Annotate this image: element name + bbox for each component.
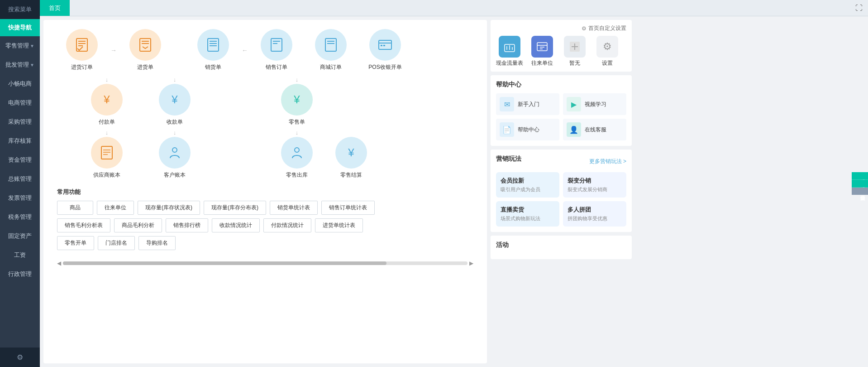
qf-btn-rank[interactable]: 销售排行榜 [166,218,208,232]
marketing-group[interactable]: 多人拼团 拼团购物享受优惠 [563,201,626,227]
marketing-live[interactable]: 直播卖货 场景式购物新玩法 [496,201,559,227]
sidebar-item-retail[interactable]: 零售管理 ▼ [0,36,40,55]
svg-rect-7 [208,39,219,51]
qn-settings[interactable]: ⚙ 设置 [594,36,621,67]
down-arrow-3: ↓ [296,75,299,84]
sidebar-item-salary[interactable]: 工资 [0,246,40,265]
tab-bar: 首页 ⛶ [40,0,868,16]
wf-node-shop-order[interactable]: 商城订单 [306,29,356,71]
settings-button[interactable]: ⚙ [0,348,40,367]
qf-btn-goods[interactable]: 商品 [57,201,93,215]
sidebar-item-inventory[interactable]: 库存核算 [0,131,40,150]
qf-btn-stock2[interactable]: 现存量(库存分布表) [204,201,266,215]
sidebar-item-ecom2[interactable]: 电商管理 [0,93,40,112]
sidebar-item-ecom1[interactable]: 小畅电商 [0,74,40,93]
float-community-btn[interactable]: 服务社区 [852,180,868,188]
tab-home[interactable]: 首页 [40,0,70,16]
scroll-right-btn[interactable]: ▶ [469,260,473,266]
help-item-help[interactable]: 📄 帮助中心 [496,119,559,140]
workflow-row3: ↓ 供应商账本 ↓ 客户账本 [57,128,473,179]
retail-out-icon [281,137,313,169]
scroll-left-btn[interactable]: ◀ [57,260,61,266]
help-item-beginner[interactable]: ✉ 新手入门 [496,93,559,115]
scrollbar-row: ◀ ▶ [48,258,482,268]
marketing-member[interactable]: 会员拉新 吸引用户成为会员 [496,172,559,198]
help-doc-icon: 📄 [500,122,514,137]
qf-btn-guide-rank[interactable]: 导购排名 [138,236,176,250]
chevron-icon: ▼ [30,43,34,48]
activity-section: 活动 [491,236,632,259]
wf-node-payment[interactable]: ↓ ¥ 付款单 [82,75,132,126]
qf-btn-payment-stat[interactable]: 付款情况统计 [263,218,311,232]
down-arrow-7: ↓ [350,128,353,137]
wf-node-retail-out[interactable]: ↓ 零售出库 [272,128,322,179]
qf-btn-retail-order[interactable]: 零售开单 [57,236,94,250]
sidebar-item-invoice[interactable]: 发票管理 [0,188,40,208]
sidebar-item-admin[interactable]: 行政管理 [0,265,40,284]
help-item-service[interactable]: 👤 在线客服 [563,119,626,140]
marketing-fission[interactable]: 裂变分销 裂变式发展分销商 [563,172,626,198]
wf-node-customer-book[interactable]: ↓ 客户账本 [150,128,200,179]
qf-btn-gross1[interactable]: 销售毛利分析表 [57,218,110,232]
wf-node-receipt[interactable]: ↓ ¥ 收款单 [150,75,200,126]
wf-node-sales-order[interactable]: 销售订单 [252,29,301,71]
marketing-title: 营销玩法 [496,155,521,163]
sidebar-item-wholesale[interactable]: 批发管理 ▼ [0,55,40,74]
chevron-icon: ▼ [30,63,34,68]
marketing-header: 营销玩法 更多营销玩法 > [496,155,626,168]
customize-header[interactable]: ⚙ 首页自定义设置 [496,24,626,32]
sidebar-search[interactable]: 搜索菜单 [0,0,40,19]
down-arrow-6: ↓ [296,128,299,137]
activity-title: 活动 [496,241,626,249]
qf-btn-gross2[interactable]: 商品毛利分析 [114,218,162,232]
marketing-grid: 会员拉新 吸引用户成为会员 裂变分销 裂变式发展分销商 直播卖货 场景式购物新玩… [496,172,626,227]
help-center-section: 帮助中心 ✉ 新手入门 ▶ 视频学习 📄 帮助中心 👤 [491,75,632,146]
shop-order-icon [315,29,347,61]
sidebar-item-purchase[interactable]: 采购管理 [0,112,40,131]
scroll-thumb [63,261,386,265]
sidebar-nav-header: 快捷导航 [0,19,40,36]
arrow-right-1: → [107,47,120,54]
qf-btn-sales-stat[interactable]: 销货单统计表 [270,201,318,215]
more-marketing-link[interactable]: 更多营销玩法 > [589,158,626,165]
marketing-section: 营销玩法 更多营销玩法 > 会员拉新 吸引用户成为会员 裂变分销 裂变式发展分销… [491,150,632,232]
wf-node-retail[interactable]: ↓ ¥ 零售单 [272,75,322,126]
qn-partners[interactable]: 往来单位 [529,36,556,67]
workflow-diagram: 进货订单 → 进货单 [48,24,482,184]
wf-node-purchase[interactable]: 进货单 [120,29,170,71]
qf-btn-purchase-stat[interactable]: 进货单统计表 [315,218,363,232]
wf-node-supplier-book[interactable]: ↓ 供应商账本 [82,128,132,179]
gear-icon: ⚙ [582,25,587,32]
partners-icon [531,36,553,58]
qf-btn-store-rank[interactable]: 门店排名 [98,236,135,250]
help-grid: ✉ 新手入门 ▶ 视频学习 📄 帮助中心 👤 在线客服 [496,93,626,140]
qf-btn-order-stat[interactable]: 销售订单统计表 [321,201,375,215]
qn-cashflow[interactable]: 现金流量表 [496,36,523,67]
qf-row-3: 零售开单 门店排名 导购排名 [57,236,473,250]
wf-node-retail-settle[interactable]: ↓ ¥ 零售结算 [326,128,376,179]
right-panel: ⚙ 首页自定义设置 现金流量表 往来单位 [491,16,635,367]
wf-node-pos[interactable]: POS收银开单 [360,29,410,71]
float-service-btn[interactable]: 客服热线 [852,172,868,180]
qf-btn-partners[interactable]: 往来单位 [97,201,134,215]
float-desktop-btn[interactable]: 桌面快捷 [852,188,868,195]
video-icon: ▶ [567,97,581,111]
workflow-row1: 进货订单 → 进货单 [57,29,473,71]
purchase-icon [129,29,161,61]
customer-book-icon [159,137,191,169]
qn-none[interactable]: 暂无 [561,36,588,67]
help-item-video[interactable]: ▶ 视频学习 [563,93,626,115]
content-area: 进货订单 → 进货单 [40,16,868,367]
sidebar-item-finance[interactable]: 资金管理 [0,150,40,169]
sidebar-item-ledger[interactable]: 总账管理 [0,169,40,188]
retail-settle-icon: ¥ [335,137,367,169]
wf-node-sales[interactable]: 销货单 [188,29,238,71]
expand-button[interactable]: ⛶ [854,2,864,14]
scroll-track[interactable] [63,261,467,265]
qf-btn-stock1[interactable]: 现存量(库存状况表) [138,201,200,215]
sidebar-item-tax[interactable]: 税务管理 [0,208,40,227]
qf-btn-receipt-stat[interactable]: 收款情况统计 [212,218,260,232]
wf-node-purchase-order[interactable]: 进货订单 [57,29,107,71]
sidebar-item-assets[interactable]: 固定资产 [0,227,40,246]
sales-order-icon [261,29,292,61]
